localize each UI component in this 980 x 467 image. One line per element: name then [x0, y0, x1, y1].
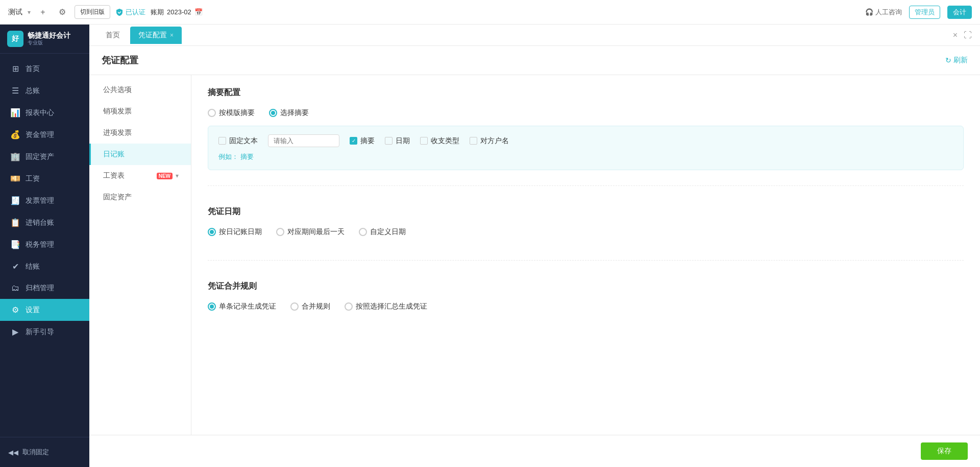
sidebar-item-salary[interactable]: 💴 工资 [0, 168, 89, 190]
sidebar-item-tax[interactable]: 📑 税务管理 [0, 233, 89, 255]
date-section-title: 凭证日期 [208, 206, 964, 217]
radio-template-summary[interactable]: 按模版摘要 [208, 108, 255, 118]
sidebar-label-fixed-assets: 固定资产 [26, 152, 54, 161]
expand-window-button[interactable]: ⛶ [964, 31, 972, 40]
sidebar: 好 畅捷通好会计 专业版 ⊞ 首页 ☰ 总账 📊 报表中心 💰 资金管理 [0, 25, 89, 467]
summary-generate-circle [345, 302, 353, 311]
custom-date-circle [359, 228, 367, 236]
close-window-button[interactable]: × [953, 31, 958, 40]
logo-subtitle: 专业版 [28, 39, 70, 46]
summary-checkbox-group: 固定文本 ✓ 摘要 日期 [218, 134, 953, 147]
checkbox-summary[interactable]: ✓ 摘要 [350, 136, 375, 146]
cancel-fixed-icon: ◀◀ [8, 449, 18, 456]
tax-icon: 📑 [10, 240, 20, 249]
guide-icon: ▶ [10, 327, 20, 337]
sidebar-item-funds[interactable]: 💰 资金管理 [0, 124, 89, 146]
tab-close-icon[interactable]: × [170, 32, 174, 39]
radio-merge-rule[interactable]: 合并规则 [290, 302, 330, 311]
menu-purchase-invoice[interactable]: 进项发票 [89, 122, 191, 144]
checkbox-fixed-text[interactable]: 固定文本 [218, 136, 258, 146]
single-record-circle [208, 302, 216, 311]
company-name: 测试 [8, 8, 22, 17]
menu-journal[interactable]: 日记账 [89, 144, 191, 165]
menu-fixed-assets[interactable]: 固定资产 [89, 186, 191, 208]
journal-date-circle [208, 228, 216, 236]
sidebar-item-home[interactable]: ⊞ 首页 [0, 58, 89, 80]
sidebar-item-ledger[interactable]: ☰ 总账 [0, 80, 89, 102]
logo-area: 好 畅捷通好会计 专业版 [0, 25, 89, 54]
radio-single-record[interactable]: 单条记录生成凭证 [208, 302, 276, 311]
sidebar-item-purchase-sales[interactable]: 📋 进销台账 [0, 212, 89, 233]
merge-section-title: 凭证合并规则 [208, 281, 964, 292]
accountant-button[interactable]: 会计 [947, 6, 972, 19]
sidebar-label-funds: 资金管理 [26, 130, 54, 139]
merge-section: 凭证合并规则 单条记录生成凭证 合并规则 [208, 281, 964, 335]
summary-example: 例如： 摘要 [218, 152, 953, 161]
sidebar-item-guide[interactable]: ▶ 新手引导 [0, 321, 89, 343]
sidebar-item-archive[interactable]: 🗂 归档管理 [0, 277, 89, 299]
sidebar-label-home: 首页 [26, 64, 40, 74]
sidebar-item-fixed-assets[interactable]: 🏢 固定资产 [0, 146, 89, 168]
merge-rule-circle [290, 302, 299, 311]
radio-summary-generate[interactable]: 按照选择汇总生成凭证 [345, 302, 427, 311]
checkbox-date[interactable]: 日期 [385, 136, 410, 146]
tab-bar: 首页 凭证配置 × × ⛶ [89, 25, 980, 46]
fixed-assets-icon: 🏢 [10, 152, 20, 161]
cancel-fixed-button[interactable]: ◀◀ 取消固定 [0, 442, 89, 462]
checkbox-counterparty[interactable]: 对方户名 [470, 136, 509, 146]
sidebar-item-checkout[interactable]: ✔ 结账 [0, 255, 89, 277]
calendar-icon[interactable]: 📅 [194, 8, 203, 16]
tab-bar-actions: × ⛶ [953, 31, 972, 40]
archive-icon: 🗂 [10, 284, 20, 293]
purchase-sales-icon: 📋 [10, 218, 20, 227]
sidebar-item-reports[interactable]: 📊 报表中心 [0, 102, 89, 124]
menu-sales-invoice[interactable]: 销项发票 [89, 101, 191, 122]
sidebar-item-invoices[interactable]: 🧾 发票管理 [0, 190, 89, 212]
refresh-button[interactable]: ↻ 刷新 [945, 56, 968, 65]
left-menu: 公共选项 销项发票 进项发票 日记账 工资表 [89, 75, 191, 435]
summary-section: 摘要配置 按模版摘要 选择摘要 [208, 87, 964, 186]
radio-custom-date[interactable]: 自定义日期 [359, 227, 406, 237]
headset-icon: 🎧 [865, 8, 873, 16]
ledger-icon: ☰ [10, 86, 20, 96]
checkbox-income-type[interactable]: 收支类型 [420, 136, 459, 146]
checkout-icon: ✔ [10, 262, 20, 271]
service-button[interactable]: 🎧 人工咨询 [865, 8, 902, 17]
radio-select-summary[interactable]: 选择摘要 [269, 108, 309, 118]
radio-period-last-day[interactable]: 对应期间最后一天 [276, 227, 345, 237]
sidebar-label-salary: 工资 [26, 174, 40, 183]
payroll-item-inner: 工资表 NEW ▾ [103, 171, 179, 180]
old-version-button[interactable]: 切到旧版 [75, 5, 110, 19]
fixed-text-input[interactable] [268, 134, 339, 147]
settings-topbar-icon[interactable]: ⚙ [55, 5, 69, 19]
summary-radio-group: 按模版摘要 选择摘要 [208, 108, 964, 118]
voucher-config-page: 凭证配置 ↻ 刷新 公共选项 销项发票 进项发票 [89, 46, 980, 467]
menu-public-options[interactable]: 公共选项 [89, 79, 191, 101]
sidebar-nav: ⊞ 首页 ☰ 总账 📊 报表中心 💰 资金管理 🏢 固定资产 💴 工资 [0, 54, 89, 437]
sidebar-label-purchase-sales: 进销台账 [26, 218, 54, 227]
menu-payroll[interactable]: 工资表 NEW ▾ [89, 165, 191, 186]
tab-home[interactable]: 首页 [97, 27, 128, 44]
sidebar-item-settings[interactable]: ⚙ 设置 [0, 299, 89, 321]
date-checkbox [385, 137, 393, 145]
sidebar-label-archive: 归档管理 [26, 284, 54, 293]
right-config: 摘要配置 按模版摘要 选择摘要 [191, 75, 980, 435]
date-section: 凭证日期 按日记账日期 对应期间最后一天 [208, 206, 964, 261]
chevron-down-icon: ▾ [176, 172, 179, 179]
page-title: 凭证配置 [102, 54, 138, 66]
logo-title: 畅捷通好会计 [28, 31, 70, 40]
content-area: 首页 凭证配置 × × ⛶ 凭证配置 ↻ 刷新 [89, 25, 980, 467]
reports-icon: 📊 [10, 108, 20, 118]
logo-text-area: 畅捷通好会计 专业版 [28, 31, 70, 47]
add-icon[interactable]: + [36, 5, 50, 19]
summary-options-box: 固定文本 ✓ 摘要 日期 [208, 126, 964, 170]
company-dropdown-arrow[interactable]: ▾ [28, 9, 31, 16]
admin-button[interactable]: 管理员 [909, 6, 940, 19]
summary-checkbox: ✓ [350, 137, 357, 145]
config-body: 公共选项 销项发票 进项发票 日记账 工资表 [89, 75, 980, 435]
radio-journal-date[interactable]: 按日记账日期 [208, 227, 262, 237]
tab-voucher-config[interactable]: 凭证配置 × [130, 27, 182, 44]
shield-icon [115, 8, 124, 16]
save-button[interactable]: 保存 [921, 442, 968, 460]
radio-select-circle [269, 109, 277, 117]
